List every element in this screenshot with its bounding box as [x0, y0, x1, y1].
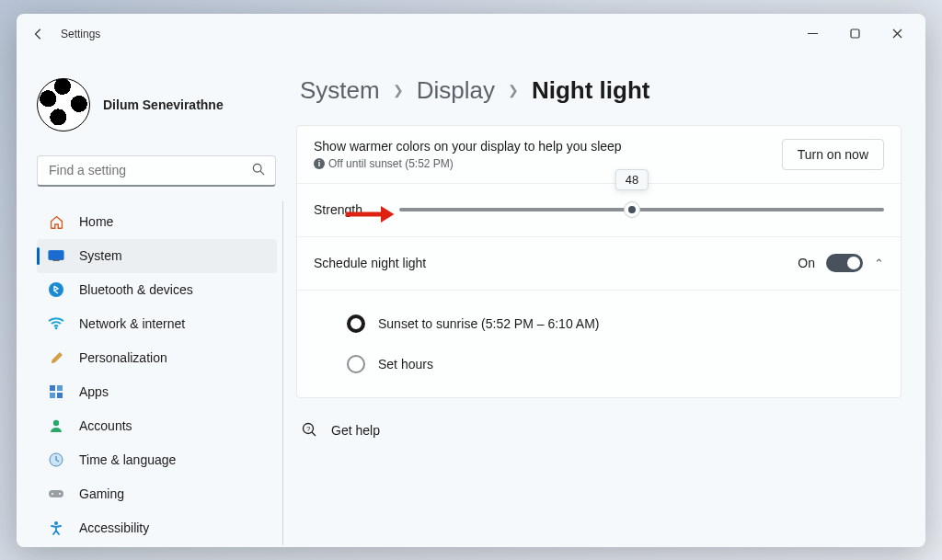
- svg-rect-1: [851, 29, 859, 38]
- chevron-right-icon: ❯: [393, 83, 404, 97]
- nav-accounts[interactable]: Accounts: [37, 409, 277, 443]
- description-text: Show warmer colors on your display to he…: [314, 139, 622, 154]
- strength-slider[interactable]: 48: [399, 208, 884, 211]
- nav-home[interactable]: Home: [37, 205, 277, 239]
- svg-point-2: [253, 164, 261, 172]
- svg-point-7: [55, 327, 58, 330]
- option-set-hours[interactable]: Set hours: [347, 344, 884, 384]
- nav-label: Accessibility: [79, 520, 149, 535]
- home-icon: [48, 213, 64, 230]
- schedule-toggle[interactable]: [826, 254, 863, 272]
- svg-rect-10: [50, 393, 55, 398]
- maximize-button[interactable]: [833, 19, 876, 49]
- nav-accessibility[interactable]: Accessibility: [37, 511, 277, 545]
- nav-system[interactable]: System: [37, 239, 277, 273]
- profile-name: Dilum Senevirathne: [103, 97, 224, 112]
- breadcrumb: System ❯ Display ❯ Night light: [296, 76, 902, 105]
- breadcrumb-current: Night light: [532, 76, 650, 105]
- description-row: Show warmer colors on your display to he…: [297, 126, 901, 183]
- nav-list: Home System Bluetooth & devices Network …: [37, 201, 283, 545]
- nav-label: Time & language: [79, 452, 176, 467]
- svg-rect-14: [49, 490, 63, 497]
- nav-time[interactable]: Time & language: [37, 443, 277, 477]
- arrow-left-icon: [32, 28, 45, 40]
- svg-point-15: [52, 493, 53, 495]
- gamepad-icon: [48, 486, 64, 502]
- back-button[interactable]: [24, 19, 53, 49]
- nav-label: Gaming: [79, 486, 124, 501]
- strength-row: Strength 48: [297, 183, 901, 236]
- svg-rect-5: [52, 260, 59, 261]
- minimize-icon: [808, 29, 818, 39]
- chevron-up-icon[interactable]: ⌃: [874, 257, 884, 270]
- nav-apps[interactable]: Apps: [37, 375, 277, 409]
- nav-label: Network & internet: [79, 316, 185, 331]
- brush-icon: [48, 349, 64, 366]
- apps-icon: [48, 383, 64, 400]
- titlebar: Settings: [17, 14, 925, 54]
- schedule-row[interactable]: Schedule night light On ⌃: [297, 236, 901, 290]
- radio-selected-icon: [347, 314, 365, 333]
- minimize-button[interactable]: [791, 19, 833, 49]
- avatar: [37, 78, 90, 131]
- nav-label: Personalization: [79, 350, 167, 365]
- search-input[interactable]: [37, 155, 276, 187]
- breadcrumb-system[interactable]: System: [300, 76, 380, 105]
- option-sunset-sunrise[interactable]: Sunset to sunrise (5:52 PM – 6:10 AM): [347, 303, 884, 344]
- maximize-icon: [850, 29, 860, 39]
- turn-on-now-button[interactable]: Turn on now: [782, 139, 884, 170]
- slider-thumb[interactable]: [624, 201, 640, 218]
- svg-rect-8: [50, 385, 55, 391]
- sidebar: Dilum Senevirathne Home System Bluetooth…: [17, 54, 293, 547]
- help-label: Get help: [331, 423, 380, 438]
- nav-bluetooth[interactable]: Bluetooth & devices: [37, 273, 277, 307]
- nav-label: Accounts: [79, 418, 132, 433]
- wifi-icon: [48, 315, 64, 332]
- toggle-state-text: On: [798, 256, 815, 270]
- nav-label: Home: [79, 214, 113, 229]
- nav-gaming[interactable]: Gaming: [37, 477, 277, 511]
- nav-label: System: [79, 248, 122, 263]
- search-icon: [252, 163, 265, 178]
- profile-block[interactable]: Dilum Senevirathne: [37, 62, 283, 155]
- bluetooth-icon: [48, 281, 64, 298]
- svg-line-3: [260, 171, 264, 175]
- annotation-arrow: [343, 202, 396, 231]
- person-icon: [48, 417, 64, 434]
- accessibility-icon: [48, 520, 64, 536]
- get-help-link[interactable]: ? Get help: [296, 404, 902, 457]
- schedule-label: Schedule night light: [314, 256, 426, 270]
- svg-rect-4: [49, 251, 63, 260]
- night-light-card: Show warmer colors on your display to he…: [296, 125, 902, 398]
- window-controls: [791, 19, 918, 49]
- window-title: Settings: [61, 28, 100, 40]
- status-text: i Off until sunset (5:52 PM): [314, 157, 622, 170]
- clock-icon: [48, 451, 64, 468]
- system-icon: [48, 247, 64, 264]
- chevron-right-icon: ❯: [508, 83, 519, 97]
- svg-rect-9: [57, 385, 63, 391]
- nav-personalization[interactable]: Personalization: [37, 341, 277, 375]
- window-body: Dilum Senevirathne Home System Bluetooth…: [17, 54, 925, 547]
- search-wrap: [37, 155, 283, 187]
- svg-point-17: [54, 521, 58, 525]
- svg-rect-11: [57, 393, 63, 398]
- radio-unselected-icon: [347, 355, 365, 373]
- nav-label: Bluetooth & devices: [79, 282, 193, 297]
- content-area: System ❯ Display ❯ Night light Show warm…: [293, 54, 925, 547]
- breadcrumb-display[interactable]: Display: [417, 76, 495, 105]
- slider-value-tooltip: 48: [615, 169, 649, 190]
- close-icon: [892, 29, 902, 39]
- svg-point-16: [59, 493, 61, 495]
- svg-text:?: ?: [306, 425, 311, 433]
- schedule-options: Sunset to sunrise (5:52 PM – 6:10 AM) Se…: [297, 290, 901, 397]
- nav-network[interactable]: Network & internet: [37, 307, 277, 341]
- settings-window: Settings Dilum Senevirathne Home System …: [17, 14, 925, 547]
- slider-track: 48: [399, 208, 884, 211]
- info-icon: i: [314, 158, 325, 169]
- svg-point-12: [53, 420, 59, 426]
- nav-label: Apps: [79, 384, 109, 399]
- help-icon: ?: [302, 422, 318, 439]
- close-button[interactable]: [876, 19, 918, 49]
